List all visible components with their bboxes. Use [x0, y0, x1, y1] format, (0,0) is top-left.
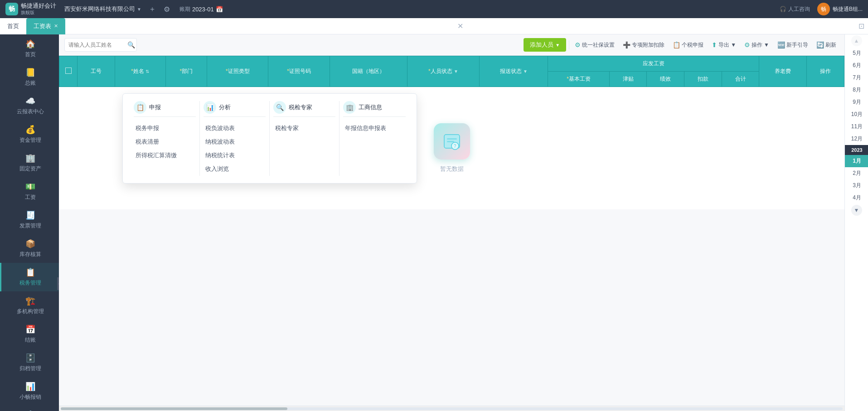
- th-performance: 绩效: [647, 72, 684, 87]
- scrollbar-thumb[interactable]: [61, 407, 287, 410]
- logo-icon: 畅: [5, 3, 18, 15]
- tab-bar: 首页 工资表 ✕ ✕ ⊡: [0, 18, 868, 34]
- settings-button[interactable]: ⚙: [161, 4, 172, 15]
- top-actions: ＋ ⚙: [147, 4, 172, 15]
- th-base: *基本工资: [548, 72, 609, 87]
- month-item-5[interactable]: 5月: [845, 47, 868, 59]
- support-button[interactable]: 🎧 人工咨询: [780, 5, 810, 13]
- status-filter-icon[interactable]: ▼: [454, 69, 458, 74]
- tax-wave2-label: 纳税波动表: [205, 138, 235, 145]
- dropdown-item-income-calc[interactable]: 所得税汇算清缴: [134, 149, 196, 162]
- toolbar-divider-1: [569, 40, 569, 49]
- month-item-1[interactable]: 1月: [845, 155, 868, 167]
- month-item-9[interactable]: 9月: [845, 96, 868, 108]
- new-guide-button[interactable]: 🆕 新手引导: [775, 39, 811, 51]
- user-info[interactable]: 畅 畅捷通B组...: [817, 3, 863, 15]
- sidebar-item-settings[interactable]: ⚙️ 基础设置: [0, 406, 59, 411]
- month-8-label: 8月: [853, 87, 861, 93]
- refresh-button[interactable]: 🔄 刷新: [814, 39, 839, 51]
- check-all-box[interactable]: [65, 68, 72, 74]
- sidebar-label-tax: 税务管理: [19, 279, 41, 287]
- tab-close-icon[interactable]: ✕: [54, 23, 58, 29]
- tab-salary[interactable]: 工资表 ✕: [26, 18, 65, 34]
- operations-button[interactable]: ⚙ 操作 ▼: [742, 39, 772, 51]
- sidebar-label-xiaochang: 小畅报销: [19, 393, 41, 401]
- th-id-label: 工号: [91, 68, 102, 74]
- year-prev-button[interactable]: ▲: [851, 35, 862, 46]
- month-item-10[interactable]: 10月: [845, 108, 868, 121]
- headset-icon: 🎧: [780, 6, 786, 12]
- month-item-7[interactable]: 7月: [845, 72, 868, 84]
- social-insurance-button[interactable]: ⚙ 统一社保设置: [572, 39, 617, 51]
- sidebar-item-ledger[interactable]: 📒 总账: [0, 63, 59, 92]
- sidebar-item-home[interactable]: 🏠 首页: [0, 34, 59, 63]
- th-salary-group: 应发工资: [548, 56, 759, 72]
- declaration-icon: 📋: [134, 101, 146, 114]
- month-item-6[interactable]: 6月: [845, 59, 868, 72]
- sidebar-item-tax[interactable]: 📋 税务管理 ◀: [0, 263, 59, 291]
- month-item-11[interactable]: 11月: [845, 121, 868, 133]
- sidebar-item-salary[interactable]: 💵 工资: [0, 177, 59, 206]
- analysis-header: 📊 分析: [204, 101, 266, 117]
- add-person-button[interactable]: 添加人员 ▼: [524, 38, 566, 52]
- sidebar-label-fund: 资金管理: [19, 136, 41, 144]
- sidebar-item-cloud[interactable]: ☁️ 云报表中心: [0, 92, 59, 120]
- sidebar-item-fund[interactable]: 💰 资金管理: [0, 120, 59, 149]
- sidebar-label-invoice: 发票管理: [19, 222, 41, 230]
- check-all-header[interactable]: [59, 56, 78, 87]
- app-edition: 旗舰版: [21, 10, 56, 16]
- month-9-label: 9月: [853, 99, 861, 105]
- month-item-3[interactable]: 3月: [845, 179, 868, 192]
- dropdown-item-tax-wave[interactable]: 税负波动表: [204, 121, 266, 135]
- name-sort-icon[interactable]: ⇅: [145, 69, 149, 74]
- year-next-button[interactable]: ▼: [851, 205, 862, 216]
- main-layout: 🏠 首页 📒 总账 ☁️ 云报表中心 💰 资金管理 🏢 固定资产 💵 工资 🧾 …: [0, 34, 868, 411]
- add-company-button[interactable]: ＋: [147, 4, 158, 15]
- dropdown-item-tax-wave2[interactable]: 纳税波动表: [204, 135, 266, 149]
- month-item-2[interactable]: 2月: [845, 167, 868, 179]
- dropdown-item-annual-report[interactable]: 年报信息申报表: [343, 121, 406, 135]
- sidebar-item-archive[interactable]: 🗄️ 归档管理: [0, 348, 59, 377]
- analysis-icon: 📊: [204, 101, 216, 114]
- dropdown-item-tax-book[interactable]: 税表清册: [134, 135, 196, 149]
- calendar-icon[interactable]: 📅: [216, 6, 223, 13]
- month-picker-panel: ▲ 5月 6月 7月 8月 9月 10月 11月 12月 2023 1月: [844, 34, 868, 411]
- sidebar-item-inventory[interactable]: 📦 库存核算: [0, 234, 59, 263]
- refresh-icon: 🔄: [816, 41, 824, 48]
- report-filter-icon[interactable]: ▼: [523, 69, 528, 74]
- th-action: 操作: [807, 56, 844, 87]
- archive-icon: 🗄️: [25, 353, 35, 363]
- window-maximize-button[interactable]: ⊡: [858, 22, 864, 30]
- month-3-label: 3月: [853, 182, 861, 189]
- tab-home[interactable]: 首页: [0, 18, 26, 34]
- dropdown-item-tax-stat[interactable]: 纳税统计表: [204, 149, 266, 162]
- dropdown-item-tax-declare[interactable]: 税务申报: [134, 121, 196, 135]
- operations-label: 操作: [752, 41, 762, 49]
- horizontal-scrollbar[interactable]: [59, 406, 844, 411]
- sidebar-item-asset[interactable]: 🏢 固定资产: [0, 149, 59, 177]
- dropdown-col-tax-expert: 🔍 税检专家 税检专家: [270, 101, 339, 176]
- sidebar-label-ledger: 总账: [25, 79, 36, 87]
- search-input[interactable]: [68, 42, 127, 48]
- multi-icon: 🏗️: [25, 296, 35, 306]
- month-item-8[interactable]: 8月: [845, 84, 868, 96]
- month-item-12[interactable]: 12月: [845, 133, 868, 145]
- dropdown-item-income-browse[interactable]: 收入浏览: [204, 162, 266, 176]
- sidebar-item-invoice[interactable]: 🧾 发票管理: [0, 206, 59, 234]
- sidebar-item-close[interactable]: 📅 结账: [0, 320, 59, 348]
- th-idno: *证照号码: [268, 56, 330, 87]
- export-button[interactable]: ⬆ 导出 ▼: [709, 39, 739, 51]
- sidebar-item-xiaochang[interactable]: 📊 小畅报销: [0, 377, 59, 406]
- dropdown-item-tax-check[interactable]: 税检专家: [273, 121, 335, 135]
- month-item-4[interactable]: 4月: [845, 192, 868, 204]
- business-header: 🏢 工商信息: [343, 101, 406, 117]
- tax-return-label: 个税申报: [682, 41, 703, 49]
- dropdown-col-business: 🏢 工商信息 年报信息申报表: [339, 101, 409, 176]
- tax-wave-label: 税负波动表: [205, 125, 235, 131]
- company-selector[interactable]: 西安虾米网络科技有限公司 ▼: [64, 5, 141, 13]
- tax-return-button[interactable]: 📋 个税申报: [670, 39, 706, 51]
- sidebar-item-multi[interactable]: 🏗️ 多机构管理: [0, 291, 59, 320]
- social-icon: ⚙: [575, 41, 581, 48]
- special-deduction-button[interactable]: ➕ 专项附加扣除: [620, 39, 667, 51]
- window-close-button[interactable]: ✕: [457, 22, 463, 30]
